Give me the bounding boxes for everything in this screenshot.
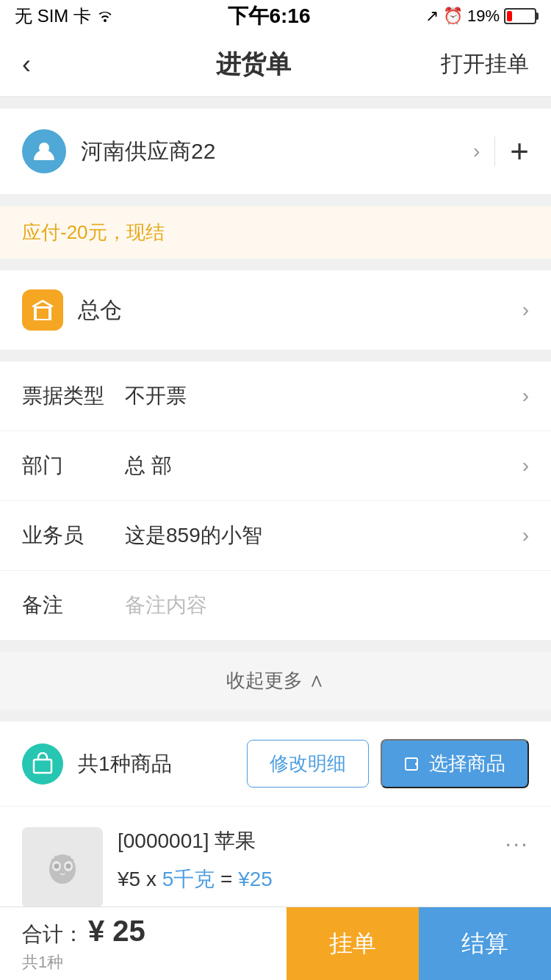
product-code: [0000001] xyxy=(118,829,209,852)
warehouse-section: 总仓 › xyxy=(0,270,551,350)
product-info: [0000001] 苹果 ¥5 x 5千克 = ¥25 xyxy=(118,827,505,893)
multiply-sign: x xyxy=(146,868,162,890)
notice-text: 应付-20元，现结 xyxy=(22,221,165,243)
product-price-row: ¥5 x 5千克 = ¥25 xyxy=(118,865,505,893)
total-section: 合计： ¥ 25 共1种 xyxy=(0,907,287,980)
status-left: 无 SIM 卡 xyxy=(15,4,113,28)
product-thumbnail xyxy=(22,827,103,908)
location-icon: ↗ xyxy=(425,7,439,26)
collapse-button[interactable]: 收起更多 ∧ xyxy=(0,652,551,710)
collapse-label: 收起更多 ∧ xyxy=(226,669,324,691)
product-count: 共1种商品 xyxy=(78,750,247,778)
settle-label: 结算 xyxy=(461,928,508,960)
form-section: 票据类型 不开票 › 部门 总 部 › 业务员 这是859的小智 › 备注 备注… xyxy=(0,361,551,640)
carrier-label: 无 SIM 卡 xyxy=(15,4,91,28)
svg-point-6 xyxy=(54,864,60,869)
unit-price: ¥5 xyxy=(118,868,140,890)
add-supplier-button[interactable]: + xyxy=(510,133,529,170)
hang-label: 挂单 xyxy=(329,928,376,960)
warehouse-chevron: › xyxy=(522,298,529,322)
remark-input[interactable]: 备注内容 xyxy=(125,591,529,619)
department-row[interactable]: 部门 总 部 › xyxy=(0,430,551,500)
product-header: 共1种商品 修改明细 选择商品 xyxy=(0,721,551,807)
supplier-row[interactable]: 河南供应商22 › + xyxy=(0,109,551,195)
alarm-icon: ⏰ xyxy=(443,7,463,26)
select-product-button[interactable]: 选择商品 xyxy=(381,739,529,788)
hang-button[interactable]: 挂单 xyxy=(287,907,419,980)
warehouse-name: 总仓 xyxy=(78,295,515,325)
remark-row[interactable]: 备注 备注内容 xyxy=(0,570,551,640)
supplier-avatar xyxy=(22,129,66,173)
status-time: 下午6:16 xyxy=(228,2,310,30)
battery-percent: 19% xyxy=(467,7,500,26)
open-hang-button[interactable]: 打开挂单 xyxy=(441,49,529,79)
salesman-label: 业务员 xyxy=(22,522,125,550)
quantity: 5千克 xyxy=(162,868,215,890)
product-more-button[interactable]: ··· xyxy=(505,830,529,857)
invoice-value: 不开票 xyxy=(125,382,515,410)
department-label: 部门 xyxy=(22,452,125,480)
total-count: 共1种 xyxy=(22,951,287,973)
status-right: ↗ ⏰ 19% xyxy=(425,7,536,26)
total-amount: ¥ 25 xyxy=(88,915,145,948)
svg-rect-1 xyxy=(34,760,51,773)
back-button[interactable]: ‹ xyxy=(22,49,66,80)
battery-icon xyxy=(504,8,536,24)
supplier-name: 河南供应商22 xyxy=(81,137,466,167)
wifi-icon xyxy=(97,6,113,26)
bottom-bar: 合计： ¥ 25 共1种 挂单 结算 xyxy=(0,907,551,980)
equals-sign: = xyxy=(220,868,238,890)
svg-point-7 xyxy=(66,864,71,869)
divider-top xyxy=(0,97,551,109)
notice-bar: 应付-20元，现结 xyxy=(0,206,551,259)
product-name: [0000001] 苹果 xyxy=(118,827,505,855)
modify-detail-button[interactable]: 修改明细 xyxy=(247,740,369,788)
invoice-row[interactable]: 票据类型 不开票 › xyxy=(0,361,551,430)
nav-bar: ‹ 进货单 打开挂单 xyxy=(0,32,551,97)
salesman-value: 这是859的小智 xyxy=(125,522,515,550)
page-title: 进货单 xyxy=(216,48,291,82)
warehouse-row[interactable]: 总仓 › xyxy=(0,270,551,350)
invoice-chevron: › xyxy=(522,384,529,408)
total-label: 合计： xyxy=(22,920,84,948)
status-bar: 无 SIM 卡 下午6:16 ↗ ⏰ 19% xyxy=(0,0,551,32)
supplier-divider xyxy=(494,137,495,166)
select-product-label: 选择商品 xyxy=(429,751,505,777)
warehouse-icon xyxy=(22,289,63,331)
invoice-label: 票据类型 xyxy=(22,382,125,410)
product-title: 苹果 xyxy=(215,829,256,852)
settle-button[interactable]: 结算 xyxy=(419,907,551,980)
salesman-chevron: › xyxy=(522,524,529,547)
remark-label: 备注 xyxy=(22,591,125,619)
product-icon xyxy=(22,743,63,785)
department-value: 总 部 xyxy=(125,452,515,480)
supplier-section: 河南供应商22 › + xyxy=(0,109,551,195)
product-section: 共1种商品 修改明细 选择商品 xyxy=(0,721,551,929)
supplier-chevron: › xyxy=(473,140,480,163)
salesman-row[interactable]: 业务员 这是859的小智 › xyxy=(0,500,551,570)
product-total: ¥25 xyxy=(238,868,273,890)
department-chevron: › xyxy=(522,454,529,478)
